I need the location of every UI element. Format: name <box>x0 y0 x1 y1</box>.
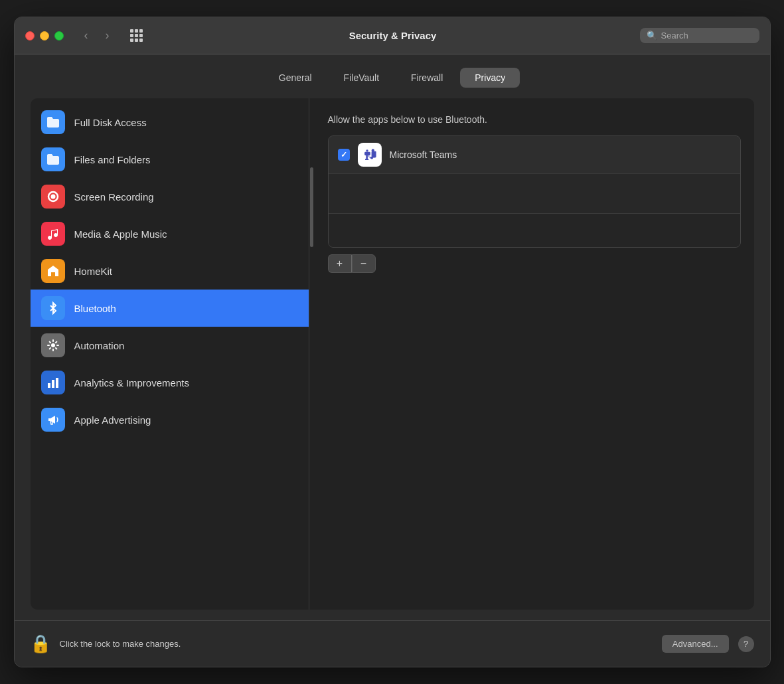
add-remove-buttons: + − <box>328 254 741 273</box>
nav-buttons: ‹ › <box>77 27 117 45</box>
sidebar-item-analytics-improvements[interactable]: Analytics & Improvements <box>31 364 309 401</box>
table-row-empty-2 <box>329 214 740 247</box>
sidebar-item-label: Apple Advertising <box>74 414 151 426</box>
svg-rect-4 <box>52 380 54 388</box>
sidebar-item-label: Bluetooth <box>74 303 116 314</box>
record-icon <box>41 185 65 209</box>
help-button[interactable]: ? <box>738 636 754 652</box>
tab-firewall[interactable]: Firewall <box>396 68 457 88</box>
teams-app-icon <box>358 143 382 167</box>
svg-rect-3 <box>48 383 50 388</box>
sidebar-scrollbar[interactable] <box>309 98 315 610</box>
bluetooth-icon <box>41 296 65 320</box>
tab-privacy[interactable]: Privacy <box>460 68 520 88</box>
search-icon: 🔍 <box>647 31 657 41</box>
traffic-lights <box>25 31 64 41</box>
sidebar-item-files-and-folders[interactable]: Files and Folders <box>31 141 309 178</box>
sidebar-item-label: Media & Apple Music <box>74 228 167 240</box>
chart-icon <box>41 371 65 394</box>
app-name-label: Microsoft Teams <box>390 149 457 160</box>
forward-button[interactable]: › <box>98 27 117 45</box>
sidebar-item-label: Screen Recording <box>74 191 154 203</box>
sidebar: Full Disk Access Files and Folders <box>31 98 309 610</box>
advanced-button[interactable]: Advanced... <box>662 635 729 653</box>
close-button[interactable] <box>25 31 35 41</box>
table-row[interactable]: ✓ Microsoft Teams <box>329 136 740 174</box>
sidebar-item-label: Full Disk Access <box>74 117 147 128</box>
sidebar-item-label: HomeKit <box>74 266 113 277</box>
sidebar-item-label: Automation <box>74 340 125 351</box>
sidebar-item-full-disk-access[interactable]: Full Disk Access <box>31 104 309 141</box>
add-app-button[interactable]: + <box>328 254 352 273</box>
folder-icon <box>41 110 65 134</box>
main-content: Allow the apps below to use Bluetooth. ✓ <box>315 98 754 610</box>
svg-rect-5 <box>56 378 58 388</box>
back-button[interactable]: ‹ <box>77 27 96 45</box>
gear-icon <box>41 333 65 357</box>
lock-label: Click the lock to make changes. <box>60 639 653 649</box>
content-area: Full Disk Access Files and Folders <box>15 98 770 620</box>
folder-icon <box>41 147 65 171</box>
remove-app-button[interactable]: − <box>352 254 376 273</box>
search-bar[interactable]: 🔍 Search <box>640 28 759 43</box>
grid-icon <box>130 29 143 42</box>
grid-button[interactable] <box>127 27 146 45</box>
svg-point-7 <box>371 149 374 151</box>
svg-point-8 <box>366 149 368 152</box>
tab-general[interactable]: General <box>264 68 327 88</box>
sidebar-item-automation[interactable]: Automation <box>31 327 309 364</box>
content-description: Allow the apps below to use Bluetooth. <box>328 114 741 125</box>
app-checkbox[interactable]: ✓ <box>338 149 350 161</box>
sidebar-item-homekit[interactable]: HomeKit <box>31 252 309 290</box>
sidebar-item-label: Files and Folders <box>74 154 151 165</box>
tabs-area: General FileVault Firewall Privacy <box>15 54 770 98</box>
music-icon <box>41 222 65 246</box>
maximize-button[interactable] <box>54 31 64 41</box>
table-row-empty-1 <box>329 174 740 214</box>
bottom-bar: 🔒 Click the lock to make changes. Advanc… <box>15 620 770 667</box>
svg-point-1 <box>50 195 55 199</box>
minimize-button[interactable] <box>40 31 49 41</box>
sidebar-item-bluetooth[interactable]: Bluetooth <box>31 290 309 327</box>
megaphone-icon <box>41 408 65 432</box>
search-input[interactable]: Search <box>661 31 688 41</box>
tab-filevault[interactable]: FileVault <box>329 68 394 88</box>
svg-point-2 <box>51 343 55 347</box>
panel: Full Disk Access Files and Folders <box>31 98 754 610</box>
scrollbar-thumb <box>310 167 313 247</box>
titlebar: ‹ › Security & Privacy 🔍 Search <box>15 17 770 54</box>
home-icon <box>41 259 65 283</box>
sidebar-item-label: Analytics & Improvements <box>74 377 189 388</box>
main-window: ‹ › Security & Privacy 🔍 Search General … <box>14 17 771 667</box>
sidebar-item-screen-recording[interactable]: Screen Recording <box>31 178 309 215</box>
checkmark-icon: ✓ <box>341 150 347 159</box>
app-list: ✓ Microsoft Teams <box>328 135 741 248</box>
window-title: Security & Privacy <box>154 30 632 41</box>
lock-icon[interactable]: 🔒 <box>31 633 50 655</box>
sidebar-item-apple-advertising[interactable]: Apple Advertising <box>31 401 309 438</box>
sidebar-item-media-apple-music[interactable]: Media & Apple Music <box>31 215 309 252</box>
